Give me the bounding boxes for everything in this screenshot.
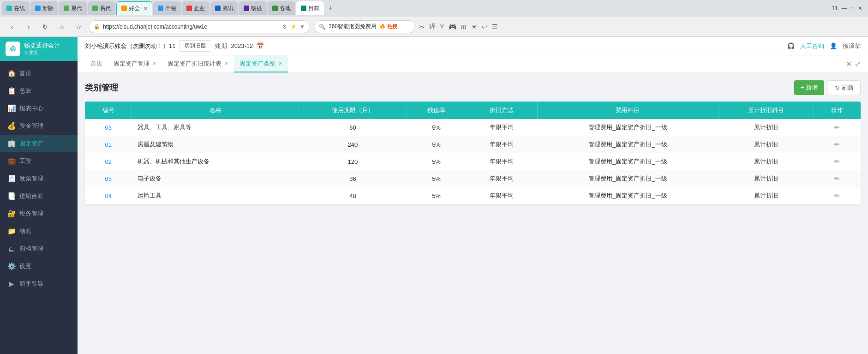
forward-button[interactable]: › (22, 20, 35, 33)
sidebar-item-label: 发票管理 (19, 174, 43, 183)
tab-zaixin[interactable]: 在线 (2, 1, 30, 15)
breadcrumb-tab-label: 固定资产管理 (114, 60, 150, 68)
sidebar-item-tax[interactable]: 🔐 税务管理 (0, 205, 78, 222)
tab-geshuei[interactable]: 个税 (153, 1, 181, 15)
chevron-down-icon[interactable]: ▼ (299, 24, 305, 30)
url-input[interactable]: 🔒 https://cloud.chanjet.com/accounting/u… (89, 20, 310, 33)
sidebar-item-fixed-assets[interactable]: 🏢 固定资产 (0, 135, 78, 152)
breadcrumb-tab-home[interactable]: 首页 (85, 55, 108, 72)
cell-id[interactable]: 03 (85, 119, 132, 136)
tab-label: 目前 (308, 5, 319, 12)
tab-label: 各地 (280, 5, 291, 12)
tab-close-icon[interactable]: ✕ (144, 6, 147, 11)
add-button[interactable]: + 新增 (794, 80, 824, 95)
action-buttons: + 新增 ↻ 刷新 (794, 80, 861, 95)
game-icon[interactable]: 🎮 (449, 23, 456, 30)
close-window-icon[interactable]: ✕ (846, 60, 852, 68)
edit-icon[interactable]: ✏ (834, 141, 840, 148)
reload-button[interactable]: ↻ (39, 20, 52, 33)
sidebar-item-funds[interactable]: 💰 资金管理 (0, 117, 78, 135)
translate-icon[interactable]: 译 (429, 23, 436, 31)
tab-haohe[interactable]: 好会 ✕ (116, 1, 152, 15)
tab-yidai2[interactable]: 易代 (88, 1, 115, 15)
edit-icon[interactable]: ✏ (834, 158, 840, 165)
undo-icon[interactable]: ↩ (482, 23, 487, 30)
app-wrapper: 会 畅捷通好会计 专业版 🏠 首页 📋 总账 📊 报表中心 💰 资金管理 (0, 37, 868, 354)
consultant-icon[interactable]: 🎧 (787, 42, 795, 49)
tab-changte[interactable]: 畅提 (239, 1, 267, 15)
scissors-icon[interactable]: ✂ (419, 23, 425, 30)
cell-action: ✏ (814, 170, 861, 187)
sun-icon[interactable]: ☀ (471, 23, 477, 30)
dropdown-icon[interactable]: ⚡ (290, 24, 297, 30)
settings-icon: ⚙️ (7, 262, 16, 270)
cell-action: ✏ (814, 136, 861, 153)
sidebar-item-ledger[interactable]: 📋 总账 (0, 82, 78, 100)
breadcrumb-tabs: 首页 固定资产管理 ✕ 固定资产折旧统计表 ✕ 固定资产类别 ✕ ✕ ⤢ (78, 55, 868, 73)
cell-id[interactable]: 05 (85, 170, 132, 187)
cell-id[interactable]: 04 (85, 187, 132, 204)
cell-id[interactable]: 01 (85, 136, 132, 153)
site-settings-icon[interactable]: ⚙ (282, 24, 287, 30)
edit-icon[interactable]: ✏ (834, 124, 840, 131)
breadcrumb-tab-close-icon[interactable]: ✕ (224, 60, 228, 66)
tab-label: 好会 (129, 5, 140, 12)
switch-version-button[interactable]: 切到旧版 (179, 40, 211, 52)
breadcrumb-tab-fixed-category[interactable]: 固定资产类别 ✕ (234, 55, 288, 72)
sidebar-item-guide[interactable]: ▶ 新手引导 (0, 275, 78, 293)
tab-qiye[interactable]: 企业 (182, 1, 210, 15)
back-button[interactable]: ‹ (6, 20, 18, 33)
main-content: 刘小艳演示账套（勿删勿动！）11 切到旧版 账期 2023-12 📅 🎧 人工咨… (78, 37, 868, 354)
sidebar-item-close-period[interactable]: 📁 结账 (0, 222, 78, 240)
grid-icon[interactable]: ⊞ (461, 23, 467, 30)
sidebar-item-reports[interactable]: 📊 报表中心 (0, 100, 78, 117)
breadcrumb-tab-fixed-stats[interactable]: 固定资产折旧统计表 ✕ (162, 55, 234, 72)
bookmark-button[interactable]: ☆ (72, 20, 85, 33)
guide-icon: ▶ (7, 280, 16, 288)
minimize-icon[interactable]: — (842, 5, 847, 12)
refresh-button[interactable]: ↻ 刷新 (828, 80, 861, 95)
menu-icon[interactable]: ☰ (492, 23, 498, 30)
header-left: 刘小艳演示账套（勿删勿动！）11 切到旧版 账期 2023-12 📅 (85, 40, 264, 52)
tab-tengxun[interactable]: 腾讯 (210, 1, 238, 15)
logo-icon: 会 (6, 42, 20, 56)
breadcrumb-tab-close-icon[interactable]: ✕ (278, 60, 282, 66)
edit-icon[interactable]: ✏ (834, 192, 840, 199)
breadcrumb-tab-fixed-management[interactable]: 固定资产管理 ✕ (108, 55, 162, 72)
cell-accumulated: 累计折旧 (718, 136, 814, 153)
cell-name: 机器、机械和其他生产设备 (132, 153, 299, 170)
sidebar-item-payroll[interactable]: 💼 工资 (0, 152, 78, 170)
tab-gedi[interactable]: 各地 (268, 1, 295, 15)
sidebar-item-archive[interactable]: 🗂 归档管理 (0, 240, 78, 258)
sidebar-item-invoice[interactable]: 🧾 发票管理 (0, 170, 78, 187)
breadcrumb-tab-close-icon[interactable]: ✕ (152, 60, 156, 66)
table-row: 03 器具、工具、家具等 60 5% 年限平均 管理费用_固定资产折旧_一级 累… (85, 119, 861, 136)
sidebar-item-home[interactable]: 🏠 首页 (0, 65, 78, 82)
expand-window-icon[interactable]: ⤢ (855, 60, 861, 68)
cell-expense: 管理费用_固定资产折旧_一级 (538, 153, 718, 170)
sidebar-item-purchases[interactable]: 📑 进销台账 (0, 187, 78, 205)
consultant-label[interactable]: 人工咨询 (800, 42, 824, 50)
table-row: 01 房屋及建筑物 240 5% 年限平均 管理费用_固定资产折旧_一级 累计折… (85, 136, 861, 153)
cell-id[interactable]: 02 (85, 153, 132, 170)
tab-mubai[interactable]: 目前 (296, 1, 324, 15)
close-icon[interactable]: ✕ (858, 5, 862, 12)
ledger-icon: 📋 (7, 87, 16, 95)
sidebar-item-settings[interactable]: ⚙️ 设置 (0, 258, 78, 275)
sidebar-logo: 会 畅捷通好会计 专业版 (0, 37, 78, 61)
table-row: 04 运输工具 48 5% 年限平均 管理费用_固定资产折旧_一级 累计折旧 ✏ (85, 187, 861, 204)
page-title-bar: 类别管理 + 新增 ↻ 刷新 (85, 80, 861, 95)
cell-rate: 5% (407, 153, 466, 170)
edit-icon[interactable]: ✏ (834, 175, 840, 182)
home-button[interactable]: ⌂ (55, 20, 68, 33)
search-input[interactable]: 🔍 360智能抠图免费用 🔥 热搜 (314, 20, 415, 33)
col-header-method: 折旧方法 (466, 102, 538, 119)
tab-xinban[interactable]: 新版 (30, 1, 58, 15)
maximize-icon[interactable]: □ (851, 5, 854, 12)
invoice-icon: 🧾 (7, 174, 16, 183)
table-body: 03 器具、工具、家具等 60 5% 年限平均 管理费用_固定资产折旧_一级 累… (85, 119, 861, 204)
tab-yidai1[interactable]: 易代 (59, 1, 87, 15)
calendar-icon[interactable]: 📅 (257, 42, 264, 49)
new-tab-button[interactable]: + (325, 3, 336, 14)
wallet-icon[interactable]: ¥ (440, 23, 444, 30)
